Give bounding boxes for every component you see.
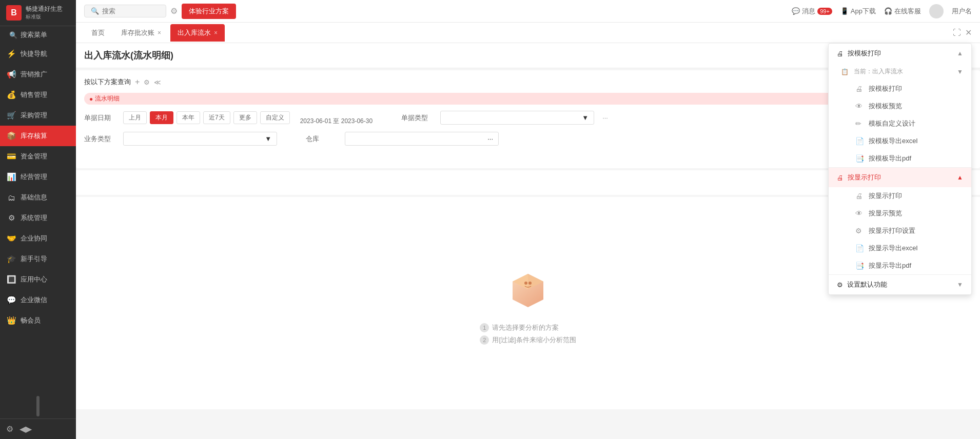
sidebar-item-wechat[interactable]: 💬 企业微信 xyxy=(0,290,76,310)
tab-close-window-icon[interactable]: ✕ xyxy=(965,28,972,37)
tab-batch[interactable]: 库存批次账 × xyxy=(114,24,168,42)
warehouse-label: 仓库 xyxy=(306,134,337,144)
sidebar-item-operations[interactable]: 📊 经营管理 xyxy=(0,167,76,187)
tab-home[interactable]: 首页 xyxy=(84,24,112,42)
step-2-num: 2 xyxy=(480,335,489,345)
display-export-excel-item[interactable]: 📄 按显示导出excel xyxy=(829,240,971,257)
template-print-label: 按模板打印 xyxy=(869,84,902,93)
sidebar-item-system[interactable]: ⚙ 系统管理 xyxy=(0,208,76,228)
sidebar-item-basic[interactable]: 🗂 基础信息 xyxy=(0,187,76,208)
tab-close-batch[interactable]: × xyxy=(158,29,161,36)
sidebar-search[interactable]: 🔍 搜索菜单 xyxy=(0,26,76,44)
default-settings-title: 设置默认功能 xyxy=(847,280,887,289)
sidebar-item-purchase[interactable]: 🛒 采购管理 xyxy=(0,105,76,126)
display-preview-item[interactable]: 👁 按显示预览 xyxy=(829,205,971,222)
date-range-display: 2023-06-01 至 2023-06-30 xyxy=(300,110,373,126)
topbar-right: 💬 消息 99+ 📱 App下载 🎧 在线客服 用户名 xyxy=(792,4,972,18)
template-export-excel-item[interactable]: 📄 按模板导出excel xyxy=(829,132,971,150)
display-print-settings-item[interactable]: ⚙ 按显示打印设置 xyxy=(829,222,971,240)
collab-icon: 🤝 xyxy=(6,233,16,244)
search-input[interactable] xyxy=(102,7,153,15)
biz-type-select[interactable]: ▼ xyxy=(123,132,277,146)
sidebar-item-guide[interactable]: 🎓 新手引导 xyxy=(0,249,76,269)
sidebar-item-label: 应用中心 xyxy=(21,275,47,284)
warehouse-select[interactable]: ··· xyxy=(345,132,499,146)
collapse-icon[interactable]: ◀▶ xyxy=(19,424,32,434)
sidebar-item-marketing[interactable]: 📢 营销推广 xyxy=(0,64,76,85)
filter-add-icon[interactable]: + xyxy=(135,77,140,87)
wechat-icon: 💬 xyxy=(6,295,16,305)
current-template-item[interactable]: 📋 当前：出入库流水 ▼ xyxy=(829,63,971,80)
sidebar-item-label: 资金管理 xyxy=(21,152,47,161)
sidebar-item-sales[interactable]: 💰 销售管理 xyxy=(0,85,76,105)
sidebar-item-finance[interactable]: 💳 资金管理 xyxy=(0,146,76,167)
sidebar-item-member[interactable]: 👑 畅会员 xyxy=(0,310,76,331)
settings-icon[interactable]: ⚙ xyxy=(6,424,13,434)
default-settings-section: ⚙ 设置默认功能 ▼ xyxy=(829,275,971,294)
app-center-icon: 🔳 xyxy=(6,274,16,285)
topbar-left: 🔍 ⚙ 体验行业方案 xyxy=(84,4,236,19)
phone-icon: 📱 xyxy=(840,7,849,15)
display-preview-label: 按显示预览 xyxy=(869,209,902,218)
date-btn-custom[interactable]: 自定义 xyxy=(260,111,290,124)
settings-icon: ⚙ xyxy=(837,281,843,289)
preview-icon: 👁 xyxy=(855,209,864,217)
display-print-label: 按显示打印 xyxy=(869,191,902,201)
date-btn-last-7[interactable]: 近7天 xyxy=(203,111,230,124)
doc-type-select[interactable]: ▼ xyxy=(440,111,594,125)
template-preview-item[interactable]: 👁 按模板预览 xyxy=(829,97,971,115)
sidebar-item-label: 营销推广 xyxy=(21,70,47,79)
filter-tag-icon: ● xyxy=(89,95,93,103)
user-name: 用户名 xyxy=(952,7,972,16)
template-print-item[interactable]: 🖨 按模板打印 xyxy=(829,80,971,97)
template-custom-item[interactable]: ✏ 模板自定义设计 xyxy=(829,115,971,132)
date-btn-current-year[interactable]: 本年 xyxy=(177,111,200,124)
sidebar-item-app-center[interactable]: 🔳 应用中心 xyxy=(0,269,76,290)
display-print-item[interactable]: 🖨 按显示打印 xyxy=(829,187,971,205)
topbar-search-box[interactable]: 🔍 xyxy=(84,5,166,17)
sidebar-item-collab[interactable]: 🤝 企业协同 xyxy=(0,228,76,249)
template-preview-label: 按模板预览 xyxy=(869,102,902,111)
tab-close-flow[interactable]: × xyxy=(214,29,218,36)
display-export-pdf-item[interactable]: 📑 按显示导出pdf xyxy=(829,257,971,274)
message-btn[interactable]: 💬 消息 99+ xyxy=(792,7,832,16)
operations-icon: 📊 xyxy=(6,172,16,182)
chevron-up-icon: ▲ xyxy=(957,50,963,57)
tab-label: 出入库流水 xyxy=(178,28,211,37)
date-btn-more[interactable]: 更多 xyxy=(233,111,257,124)
online-service-btn[interactable]: 🎧 在线客服 xyxy=(884,7,921,16)
default-settings-header[interactable]: ⚙ 设置默认功能 ▼ xyxy=(829,275,971,294)
filter-collapse-left-icon[interactable]: ≪ xyxy=(154,78,161,86)
filter-settings-icon[interactable]: ⚙ xyxy=(144,78,150,86)
sidebar-bottom: ⚙ ◀▶ xyxy=(0,418,76,439)
date-btn-current-month[interactable]: 本月 xyxy=(150,111,173,124)
chevron-down-icon: ▼ xyxy=(265,135,271,143)
pdf-icon: 📑 xyxy=(855,154,864,163)
sidebar-item-label: 基础信息 xyxy=(21,193,47,202)
logo-icon: B xyxy=(6,5,22,21)
app-name: 畅捷通好生意 xyxy=(26,5,63,13)
basic-icon: 🗂 xyxy=(6,192,16,203)
tab-flow[interactable]: 出入库流水 × xyxy=(170,24,225,42)
empty-steps-list: 1 请先选择要分析的方案 2 用[过滤]条件来缩小分析范围 xyxy=(480,320,576,348)
printer-icon: 🖨 xyxy=(837,50,844,57)
industry-btn[interactable]: 体验行业方案 xyxy=(182,4,236,19)
tab-maximize-icon[interactable]: ⛶ xyxy=(953,28,961,37)
sidebar-item-inventory[interactable]: 📦 库存核算 xyxy=(0,126,76,146)
template-export-pdf-item[interactable]: 📑 按模板导出pdf xyxy=(829,150,971,167)
date-btn-last-month[interactable]: 上月 xyxy=(123,111,147,124)
display-print-section-header[interactable]: 🖨 按显示打印 ▲ xyxy=(829,168,971,187)
sidebar-item-quick-nav[interactable]: ⚡ 快捷导航 xyxy=(0,44,76,64)
excel-icon: 📄 xyxy=(855,137,864,145)
user-avatar[interactable] xyxy=(929,4,944,18)
doc-type-label: 单据类型 xyxy=(401,113,432,123)
app-download-btn[interactable]: 📱 App下载 xyxy=(840,7,876,16)
tab-label: 首页 xyxy=(91,28,105,37)
topbar: 🔍 ⚙ 体验行业方案 💬 消息 99+ 📱 App下载 🎧 在线客服 用户名 xyxy=(76,0,980,23)
template-print-section-header[interactable]: 🖨 按模板打印 ▲ xyxy=(829,44,971,63)
tab-label: 库存批次账 xyxy=(121,28,154,37)
gear-icon[interactable]: ⚙ xyxy=(170,6,178,16)
tab-bar: 首页 库存批次账 × 出入库流水 × ⛶ ✕ xyxy=(76,23,980,43)
printer-icon: 🖨 xyxy=(855,192,864,200)
doc-type-more-icon[interactable]: ··· xyxy=(602,114,608,122)
